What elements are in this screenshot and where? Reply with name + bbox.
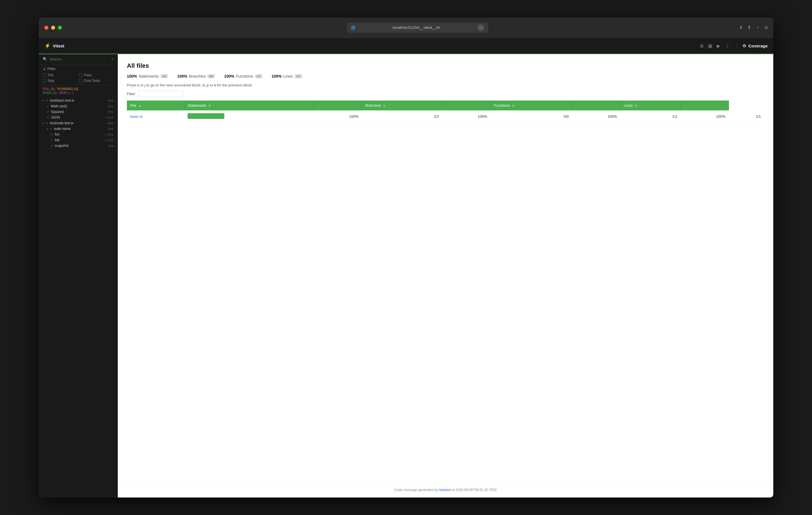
list-item[interactable]: ✓ foo < 1ms <box>39 131 118 137</box>
traffic-lights <box>45 26 62 30</box>
item-time: 2ms <box>108 127 114 130</box>
filter-section: ⊿ Filter Fail Pass Skip <box>39 64 118 85</box>
check-icon: ✓ <box>51 133 53 137</box>
th-branches[interactable]: Branches ⇅ <box>362 100 442 111</box>
filter-only-tests[interactable]: Only Tests <box>79 79 114 83</box>
tabs-icon[interactable]: ⧉ <box>764 25 767 30</box>
moon-icon[interactable]: ☽ <box>725 43 729 49</box>
table-body: basic.ts 100% <box>127 111 764 123</box>
td-functions-frac: 1/1 <box>620 111 681 123</box>
td-branches-frac: 0/0 <box>491 111 572 123</box>
skip-count: SKIP (—) <box>59 91 74 95</box>
lines-badge: 1/1 <box>294 74 302 78</box>
share-icon[interactable]: ⬆ <box>747 25 751 30</box>
functions-header: Functions <box>494 103 510 108</box>
footer-text: Code coverage generated by <box>395 488 438 492</box>
test-name: Math.sqrt() <box>51 104 106 108</box>
sort-icon: ⇅ <box>208 104 211 107</box>
close-button[interactable] <box>45 26 48 30</box>
th-lines[interactable]: Lines ⇅ <box>620 100 681 111</box>
list-item[interactable]: ▾ ✓ test/suite.test.ts 3ms <box>39 120 118 126</box>
th-file[interactable]: File ▲ <box>127 100 184 111</box>
check-icon: ✓ <box>47 110 49 114</box>
chevron-down-icon: ▾ <box>47 127 48 130</box>
branches-label: Branches <box>189 74 206 79</box>
th-statements-frac <box>314 100 362 111</box>
pass-checkbox[interactable] <box>79 73 83 77</box>
test-name: Squared <box>51 110 106 114</box>
sort-asc-icon: ▲ <box>139 104 141 107</box>
maximize-button[interactable] <box>58 26 62 30</box>
filter-fail[interactable]: Fail <box>43 73 78 77</box>
check-icon: ✓ <box>51 144 53 148</box>
lines-header: Lines <box>624 103 633 108</box>
fail-label: Fail <box>48 73 53 77</box>
run-icon[interactable]: ▶ <box>717 43 720 49</box>
check-icon: ✓ <box>50 127 52 131</box>
list-item[interactable]: ✓ JSON < 1ms <box>39 115 118 120</box>
new-tab-icon[interactable]: ＋ <box>755 25 760 30</box>
item-time: 1ms <box>108 104 114 108</box>
toolbar-icons: ⊞ ▦ ▶ ☽ <box>700 43 729 49</box>
check-icon: ✓ <box>46 99 48 102</box>
download-icon[interactable]: ⬇ <box>739 25 743 30</box>
fail-checkbox[interactable] <box>43 73 46 77</box>
filter-skip[interactable]: Skip <box>43 79 78 83</box>
functions-pct: 100% <box>224 74 234 79</box>
sidebar: 🔍 ✕ ⊿ Filter Fail Pass <box>39 54 118 497</box>
statements-badge: 2/2 <box>161 74 168 78</box>
table-section: File ▲ Statements ⇅ Branches <box>127 100 764 123</box>
item-time: 1ms <box>108 144 114 147</box>
th-statements[interactable]: Statements ⇅ <box>184 100 314 111</box>
list-item[interactable]: ✓ bar < 1ms <box>39 137 118 143</box>
td-branches-pct: 100% <box>442 111 491 123</box>
pass-label: Pass <box>84 73 92 77</box>
list-item[interactable]: ✓ snapshot 1ms <box>39 143 118 149</box>
footer: Code coverage generated by istanbul at 2… <box>118 482 773 497</box>
layout-icon[interactable]: ▦ <box>708 43 712 49</box>
footer-time: at 2024-08-05T08:51:30.705Z <box>452 488 497 492</box>
stat-statements: 100% Statements 2/2 <box>127 74 168 79</box>
statements-pct: 100% <box>127 74 137 79</box>
td-statements-frac: 2/2 <box>362 111 442 123</box>
list-item[interactable]: ✓ Math.sqrt() 1ms <box>39 103 118 109</box>
list-item[interactable]: ▾ ✓ test/basic.test.ts 2ms <box>39 98 118 103</box>
file-link[interactable]: basic.ts <box>130 114 143 119</box>
toolbar: ⚡ Vitest ⊞ ▦ ▶ ☽ ⊙ Coverage <box>39 38 773 54</box>
page-title: All files <box>127 62 764 69</box>
lines-pct: 100% <box>271 74 282 79</box>
chevron-down-icon: ▾ <box>43 99 44 102</box>
minimize-button[interactable] <box>51 26 55 30</box>
sort-icon: ⇅ <box>635 104 637 107</box>
more-button[interactable]: ··· <box>477 24 484 31</box>
th-functions[interactable]: Functions ⇅ <box>491 100 572 111</box>
filter-input[interactable] <box>139 91 184 97</box>
bolt-icon: ⚡ <box>45 42 51 49</box>
filter-options: Fail Pass Skip Only Tests <box>43 73 114 83</box>
functions-badge: 1/1 <box>255 74 262 78</box>
td-lines-pct: 100% <box>680 111 729 123</box>
filter-pass[interactable]: Pass <box>79 73 114 77</box>
progress-bar-fill <box>187 113 224 119</box>
check-icon: ✓ <box>46 121 48 125</box>
address-bar[interactable]: 🌐 localhost:51204/__vitest__/#/ ··· <box>347 23 488 33</box>
grid-icon[interactable]: ⊞ <box>700 43 703 49</box>
functions-label: Functions <box>236 74 253 79</box>
td-functions-pct: 100% <box>572 111 620 123</box>
sort-icon: ⇅ <box>512 104 515 107</box>
test-name: snapshot <box>55 144 106 148</box>
list-item[interactable]: ✓ Squared 1ms <box>39 109 118 115</box>
only-tests-checkbox[interactable] <box>79 79 83 83</box>
coverage-stats: 100% Statements 2/2 100% Branches 0/0 10… <box>127 74 764 79</box>
footer-link[interactable]: istanbul <box>439 488 451 492</box>
search-input[interactable] <box>50 57 109 61</box>
progress-bar-container <box>187 113 224 119</box>
skip-checkbox[interactable] <box>43 79 46 83</box>
td-statements-pct: 100% <box>314 111 362 123</box>
th-branches-frac <box>442 100 491 111</box>
test-tree: ▾ ✓ test/basic.test.ts 2ms ✓ Math.sqrt()… <box>39 96 118 497</box>
item-time: < 1ms <box>105 133 114 136</box>
list-item[interactable]: ▾ ✓ suite name 2ms <box>39 126 118 131</box>
clear-icon[interactable]: ✕ <box>111 57 114 61</box>
test-name: bar <box>55 138 104 142</box>
